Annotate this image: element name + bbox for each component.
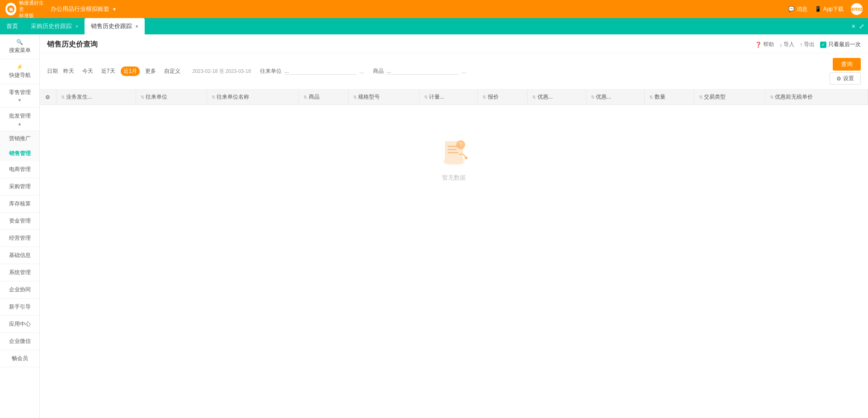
col-partner-code[interactable]: ⇅ 往来单位 (136, 90, 207, 105)
sidebar-sub-sales[interactable]: 销售管理 (0, 146, 39, 161)
partner-label: 往来单位 (260, 67, 282, 75)
sort-trade-type-icon: ⇅ (699, 95, 703, 100)
date-btn-1month[interactable]: 近1月 (121, 66, 140, 76)
sidebar-item-system[interactable]: 系统管理 (0, 264, 39, 281)
header-right: 💬 消息 📱 App下载 demo2 (788, 3, 863, 15)
download-icon: 📱 (815, 6, 821, 12)
filter-bar: 日期 昨天 今天 近7天 近1月 更多 自定义 2023-02-18 至 202… (40, 53, 868, 90)
sort-pretax-icon: ⇅ (770, 95, 774, 100)
sidebar-item-enterprise[interactable]: 企业协同 (0, 281, 39, 299)
sidebar-item-stock[interactable]: 库存核算 (0, 195, 39, 213)
col-spec[interactable]: ⇅ 规格型号 (349, 90, 420, 105)
only-last-checkbox[interactable]: ✓ (820, 42, 826, 48)
col-gear[interactable]: ⚙ (40, 90, 56, 105)
col-qty[interactable]: ⇅ 数量 (645, 90, 694, 105)
page-header: 销售历史价查询 ❓ 帮助 ↓ 导入 ↑ 导出 ✓ (40, 34, 868, 53)
search-icon: 🔍 (16, 39, 23, 45)
partner-input[interactable] (284, 68, 357, 75)
svg-rect-5 (448, 149, 457, 150)
svg-point-9 (465, 157, 467, 159)
col-product[interactable]: ⇅ 商品 (299, 90, 349, 105)
tab-purchase-close[interactable]: × (75, 24, 78, 29)
sidebar-item-member[interactable]: 畅会员 (0, 350, 39, 367)
sidebar-item-finance[interactable]: 资金管理 (0, 213, 39, 230)
col-discount1[interactable]: ⇅ 优惠... (528, 90, 586, 105)
col-partner-name[interactable]: ⇅ 往来单位名称 (207, 90, 299, 105)
sidebar-item-wholesale[interactable]: 批发管理 ▲ (0, 108, 39, 131)
help-btn[interactable]: ❓ 帮助 (755, 41, 774, 48)
sidebar-item-search[interactable]: 🔍 搜索菜单 (0, 34, 39, 59)
svg-rect-6 (448, 152, 458, 153)
page-content: 销售历史价查询 ❓ 帮助 ↓ 导入 ↑ 导出 ✓ (40, 34, 868, 418)
sidebar-item-appcenter[interactable]: 应用中心 (0, 316, 39, 333)
sort-biz-date-icon: ⇅ (61, 95, 65, 100)
query-button[interactable]: 查询 (833, 58, 861, 71)
setting-button[interactable]: ⚙ 设置 (830, 72, 861, 85)
date-btn-today[interactable]: 今天 (80, 66, 96, 76)
empty-text: 暂无数据 (442, 174, 466, 182)
logo-area: 畅 畅捷通好生意 标准版 (5, 0, 45, 19)
tab-purchase[interactable]: 采购历史价跟踪 × (24, 18, 85, 34)
only-last-label[interactable]: ✓ 只看最后一次 (820, 41, 861, 48)
col-discount2[interactable]: ⇅ 优惠... (586, 90, 644, 105)
setting-icon: ⚙ (836, 76, 841, 82)
sort-partner-name-icon: ⇅ (212, 95, 215, 100)
sidebar-item-operations[interactable]: 经营管理 (0, 230, 39, 247)
main-layout: 🔍 搜索菜单 ⚡ 快捷导航 零售管理 ▼ 批发管理 ▲ 营销推广 销售管理 电商… (0, 34, 868, 418)
date-btn-yesterday[interactable]: 昨天 (61, 66, 77, 76)
svg-text:?: ? (459, 142, 462, 148)
date-btn-custom[interactable]: 自定义 (161, 66, 183, 76)
sidebar-item-retail[interactable]: 零售管理 ▼ (0, 84, 39, 108)
date-btn-more[interactable]: 更多 (142, 66, 159, 76)
tab-sales[interactable]: 销售历史价跟踪 × (85, 18, 145, 34)
retail-arrow-icon: ▼ (18, 98, 22, 103)
product-label: 商品 (373, 67, 384, 75)
product-input[interactable] (387, 68, 459, 75)
sidebar-item-basic[interactable]: 基础信息 (0, 247, 39, 264)
col-pretax-price[interactable]: ⇅ 优惠前无税单价 (765, 90, 868, 105)
date-range-text: 2023-02-18 至 2023-03-18 (192, 68, 251, 75)
col-quote[interactable]: ⇅ 报价 (478, 90, 528, 105)
sort-discount1-icon: ⇅ (532, 95, 536, 100)
logo-text: 畅捷通好生意 标准版 (19, 0, 45, 19)
app-name: 办公用品行业模拟账套 (51, 5, 109, 13)
col-biz-date[interactable]: ⇅ 业务发生... (56, 90, 136, 105)
partner-filter-group: 往来单位 ... (260, 67, 364, 75)
app-selector[interactable]: 办公用品行业模拟账套 ▼ (45, 5, 788, 13)
data-table: ⚙ ⇅ 业务发生... ⇅ 往来单位 ⇅ (40, 90, 868, 105)
tab-bar-right: × ⤢ (852, 23, 868, 30)
import-icon: ↓ (779, 42, 782, 48)
app-download-btn[interactable]: 📱 App下载 (815, 5, 844, 13)
close-window-btn[interactable]: × (852, 23, 855, 30)
export-btn[interactable]: ↑ 导出 (800, 41, 815, 48)
page-title: 销售历史价查询 (47, 40, 98, 49)
sidebar: 🔍 搜索菜单 ⚡ 快捷导航 零售管理 ▼ 批发管理 ▲ 营销推广 销售管理 电商… (0, 34, 40, 418)
sidebar-item-wechat[interactable]: 企业微信 (0, 333, 39, 350)
import-btn[interactable]: ↓ 导入 (779, 41, 794, 48)
sidebar-item-ecommerce[interactable]: 电商管理 (0, 161, 39, 178)
product-filter-group: 商品 ... (373, 67, 466, 75)
col-trade-type[interactable]: ⇅ 交易类型 (694, 90, 765, 105)
maximize-window-btn[interactable]: ⤢ (859, 23, 864, 30)
dropdown-icon[interactable]: ▼ (112, 7, 117, 12)
date-btn-7days[interactable]: 近7天 (99, 66, 118, 76)
tab-sales-close[interactable]: × (136, 24, 138, 29)
sort-partner-code-icon: ⇅ (141, 95, 144, 100)
sidebar-sub-marketing[interactable]: 营销推广 (0, 131, 39, 146)
partner-dots[interactable]: ... (359, 68, 364, 75)
message-icon: 💬 (788, 6, 795, 12)
wholesale-arrow-icon: ▲ (18, 121, 22, 126)
date-label: 日期 (47, 67, 58, 75)
avatar[interactable]: demo2 (851, 3, 863, 15)
col-unit[interactable]: ⇅ 计量... (419, 90, 477, 105)
sort-unit-icon: ⇅ (424, 95, 428, 100)
wholesale-sub-menu: 营销推广 销售管理 (0, 131, 39, 161)
top-header: 畅 畅捷通好生意 标准版 办公用品行业模拟账套 ▼ 💬 消息 📱 App下载 d… (0, 0, 868, 18)
filter-right: 查询 ⚙ 设置 (830, 58, 861, 85)
sidebar-item-shortcut[interactable]: ⚡ 快捷导航 (0, 59, 39, 84)
tab-home[interactable]: 首页 (0, 18, 24, 34)
sidebar-item-purchase[interactable]: 采购管理 (0, 178, 39, 195)
product-dots[interactable]: ... (462, 68, 466, 75)
message-btn[interactable]: 💬 消息 (788, 5, 807, 13)
sidebar-item-newguide[interactable]: 新手引导 (0, 299, 39, 316)
